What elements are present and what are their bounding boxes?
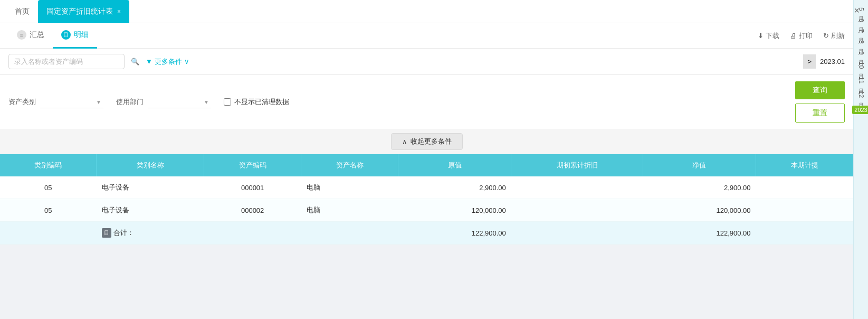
table-row: 05 电子设备 000002 电脑 120,000.00 120,000.00	[0, 199, 853, 222]
total-net-value: 122,900.00	[643, 222, 756, 245]
month-item[interactable]: 10月	[854, 59, 867, 72]
window-close-button[interactable]: ×	[854, 5, 860, 16]
cell-current-depreciation	[756, 199, 853, 222]
collapse-icon: ∧	[402, 138, 407, 146]
month-item[interactable]: 12月	[854, 88, 867, 101]
total-accumulated-depreciation	[511, 222, 643, 245]
department-label: 使用部门	[116, 97, 144, 107]
total-original-value: 122,900.00	[398, 222, 511, 245]
cell-asset-code: 000002	[204, 199, 301, 222]
refresh-button[interactable]: ↻ 刷新	[823, 31, 845, 41]
cell-net-value: 2,900.00	[643, 176, 756, 199]
asset-category-select[interactable]	[40, 96, 103, 108]
cell-asset-code: 000001	[204, 176, 301, 199]
filter-icon: ▼	[146, 58, 152, 65]
col-category-code: 类别编码	[0, 154, 97, 176]
tab-summary[interactable]: ≡ 汇总	[8, 23, 53, 49]
month-item[interactable]: 9月	[854, 48, 867, 58]
summary-label: 汇总	[30, 30, 44, 40]
summary-icon: ≡	[17, 30, 26, 40]
chevron-down-icon: ∨	[184, 58, 189, 65]
print-button[interactable]: 🖨 打印	[790, 31, 813, 41]
download-icon: ⬇	[758, 32, 764, 40]
collapse-button[interactable]: ∧ 收起更多条件	[391, 133, 463, 150]
no-cleared-label: 不显示已清理数据	[234, 97, 289, 107]
tab-label: 固定资产折旧统计表	[46, 7, 113, 16]
refresh-icon: ↻	[823, 32, 829, 40]
year-label: 2023	[852, 106, 868, 114]
more-conditions-label: 更多条件	[155, 57, 182, 67]
department-select[interactable]	[148, 96, 211, 108]
month-item[interactable]: 7月	[854, 26, 867, 36]
date-nav-button[interactable]: >	[803, 54, 816, 69]
cell-net-value: 120,000.00	[643, 199, 756, 222]
month-item[interactable]: 6月	[854, 15, 867, 25]
total-label-cell	[0, 222, 97, 245]
col-asset-code: 资产编码	[204, 154, 301, 176]
no-cleared-checkbox[interactable]	[224, 98, 231, 106]
filter-row: 资产类别 使用部门 不显示已清理数据 查询 重置	[0, 75, 853, 129]
asset-category-filter: 资产类别	[8, 96, 103, 108]
year-badge[interactable]: 2023	[850, 102, 868, 117]
cell-original-value: 2,900.00	[398, 176, 511, 199]
sub-tabs-bar: ≡ 汇总 目 明细 ⬇ 下载 🖨 打印 ↻ 刷新	[0, 23, 853, 49]
department-dropdown-wrap	[148, 96, 211, 108]
tab-detail[interactable]: 目 明细	[53, 23, 97, 49]
print-label: 打印	[799, 31, 813, 41]
date-range-area: > 2023.01	[803, 54, 845, 69]
toolbar-right: ⬇ 下载 🖨 打印 ↻ 刷新	[758, 31, 845, 41]
asset-category-dropdown-wrap	[40, 96, 103, 108]
total-current-depreciation	[756, 222, 853, 245]
search-icon[interactable]: 🔍	[131, 58, 139, 65]
refresh-label: 刷新	[831, 31, 845, 41]
cell-asset-name: 电脑	[301, 176, 398, 199]
col-accumulated-depreciation: 期初累计折旧	[511, 154, 643, 176]
search-input[interactable]	[8, 54, 125, 69]
download-button[interactable]: ⬇ 下载	[758, 31, 779, 41]
reset-button[interactable]: 重置	[795, 104, 845, 123]
cell-original-value: 120,000.00	[398, 199, 511, 222]
month-item[interactable]: 8月	[854, 37, 867, 47]
print-icon: 🖨	[790, 32, 797, 40]
table-header-row: 类别编码 类别名称 资产编码 资产名称 原值 期初累计折旧 净值 本期计提	[0, 154, 853, 176]
data-table-wrap: 类别编码 类别名称 资产编码 资产名称 原值 期初累计折旧 净值 本期计提 05…	[0, 154, 853, 319]
cell-asset-name: 电脑	[301, 199, 398, 222]
no-cleared-filter: 不显示已清理数据	[224, 97, 289, 107]
download-label: 下载	[766, 31, 779, 41]
search-bar: 🔍 ▼ 更多条件 ∨ > 2023.01	[0, 49, 853, 75]
cell-accumulated-depreciation	[511, 199, 643, 222]
detail-label: 明细	[74, 30, 89, 40]
detail-icon: 目	[61, 30, 71, 40]
col-net-value: 净值	[643, 154, 756, 176]
cell-category-code: 05	[0, 199, 97, 222]
table-row: 05 电子设备 000001 电脑 2,900.00 2,900.00	[0, 176, 853, 199]
total-label: 目合计：	[97, 222, 204, 245]
tab-close-icon[interactable]: ×	[117, 8, 121, 15]
right-sidebar: 5月6月7月8月9月10月11月12月2023	[853, 0, 868, 319]
total-row: 目合计： 122,900.00 122,900.00	[0, 222, 853, 245]
query-button[interactable]: 查询	[795, 81, 845, 99]
col-original-value: 原值	[398, 154, 511, 176]
cell-category-name: 电子设备	[97, 176, 204, 199]
cell-category-name: 电子设备	[97, 199, 204, 222]
data-table: 类别编码 类别名称 资产编码 资产名称 原值 期初累计折旧 净值 本期计提 05…	[0, 154, 853, 245]
month-item[interactable]: 11月	[854, 73, 867, 87]
collapse-label: 收起更多条件	[411, 137, 452, 146]
cell-category-code: 05	[0, 176, 97, 199]
col-current-depreciation: 本期计提	[756, 154, 853, 176]
total-asset-code	[204, 222, 301, 245]
home-nav[interactable]: 首页	[6, 7, 38, 16]
collapse-row: ∧ 收起更多条件	[0, 129, 853, 154]
cell-accumulated-depreciation	[511, 176, 643, 199]
date-label: 2023.01	[820, 58, 845, 65]
department-filter: 使用部门	[116, 96, 211, 108]
more-conditions-button[interactable]: ▼ 更多条件 ∨	[146, 57, 189, 67]
col-category-name: 类别名称	[97, 154, 204, 176]
col-asset-name: 资产名称	[301, 154, 398, 176]
filter-actions: 查询 重置	[795, 81, 845, 123]
active-tab[interactable]: 固定资产折旧统计表 ×	[38, 0, 129, 23]
total-asset-name	[301, 222, 398, 245]
cell-current-depreciation	[756, 176, 853, 199]
asset-category-label: 资产类别	[8, 97, 36, 107]
